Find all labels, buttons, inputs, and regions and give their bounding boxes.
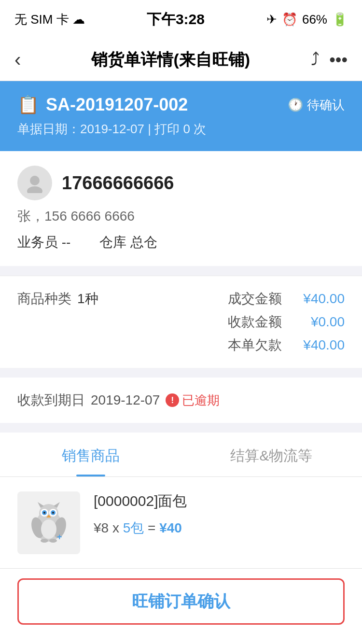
avatar — [17, 166, 52, 200]
due-date-value: 2019-12-07 — [91, 392, 160, 408]
confirm-order-button[interactable]: 旺铺订单确认 — [17, 578, 345, 625]
product-image: + — [27, 501, 70, 545]
avatar-icon — [25, 173, 45, 193]
deal-amount-row: 成交金额 ¥40.00 — [228, 290, 345, 308]
price-quantity: 5包 — [123, 520, 144, 535]
back-button[interactable]: ‹ — [14, 49, 30, 70]
nav-actions: ⤴ ••• — [311, 50, 348, 70]
received-amount-value: ¥0.00 — [292, 314, 345, 330]
amounts: 成交金额 ¥40.00 收款金额 ¥0.00 本单欠款 ¥40.00 — [228, 290, 345, 354]
alarm-icon: ⏰ — [282, 12, 297, 27]
product-section: + [0000002]面包 ¥8 x 5包 = ¥40 — [0, 477, 362, 569]
battery-status: 66% — [302, 12, 327, 27]
product-types: 商品种类 1种 — [17, 290, 98, 308]
overdue-text: 已逾期 — [182, 392, 220, 409]
bottom-bar: 旺铺订单确认 — [0, 568, 362, 644]
tab-products[interactable]: 销售商品 — [0, 433, 181, 476]
status-left: 无 SIM 卡 ☁ — [14, 11, 85, 28]
debt-amount-label: 本单欠款 — [228, 336, 282, 354]
status-bar: 无 SIM 卡 ☁ 下午3:28 ✈ ⏰ 66% 🔋 — [0, 0, 362, 39]
salesperson-label: 业务员 -- — [17, 233, 70, 252]
page-title: 销货单详情(来自旺铺) — [30, 49, 311, 71]
product-types-value: 1种 — [77, 290, 98, 308]
due-section: 收款到期日 2019-12-07 ! 已逾期 — [0, 378, 362, 423]
nav-bar: ‹ 销货单详情(来自旺铺) ⤴ ••• — [0, 39, 362, 81]
order-number: 📋 SA-20191207-002 — [17, 95, 188, 115]
deal-amount-label: 成交金额 — [228, 290, 282, 308]
order-header: 📋 SA-20191207-002 🕐 待确认 单据日期：2019-12-07 … — [0, 81, 362, 151]
product-thumbnail: + — [17, 491, 80, 554]
product-price: ¥8 x 5包 = ¥40 — [94, 519, 345, 537]
warehouse-label: 仓库 总仓 — [99, 233, 157, 252]
deal-amount-value: ¥40.00 — [292, 291, 345, 307]
customer-card: 17666666666 张，156 6666 6666 业务员 -- 仓库 总仓 — [0, 151, 362, 266]
product-name: [0000002]面包 — [94, 491, 345, 511]
more-icon[interactable]: ••• — [329, 50, 348, 70]
status-time: 下午3:28 — [147, 10, 205, 29]
status-right: ✈ ⏰ 66% 🔋 — [266, 12, 348, 27]
svg-point-17 — [49, 539, 57, 543]
debt-amount-row: 本单欠款 ¥40.00 — [228, 336, 345, 354]
svg-point-10 — [43, 512, 45, 514]
summary-section: 商品种类 1种 成交金额 ¥40.00 收款金额 ¥0.00 本单欠款 ¥40.… — [0, 276, 362, 368]
battery-icon: 🔋 — [332, 12, 348, 27]
product-types-label: 商品种类 — [17, 290, 71, 308]
share-icon[interactable]: ⤴ — [311, 50, 320, 70]
tab-settlement[interactable]: 结算&物流等 — [181, 433, 362, 476]
svg-point-16 — [41, 539, 48, 543]
customer-top: 17666666666 — [17, 166, 345, 200]
received-amount-label: 收款金额 — [228, 313, 282, 331]
sim-status: 无 SIM 卡 ☁ — [14, 11, 85, 28]
debt-amount-value: ¥40.00 — [292, 337, 345, 353]
overdue-warning-icon: ! — [166, 393, 179, 407]
order-date: 单据日期：2019-12-07 | 打印 0 次 — [17, 121, 345, 138]
overdue-badge: ! 已逾期 — [166, 392, 220, 409]
svg-point-0 — [30, 176, 40, 185]
tabs-container: 销售商品 结算&物流等 — [0, 433, 362, 477]
due-date-label: 收款到期日 — [17, 391, 85, 409]
svg-point-15 — [41, 519, 56, 539]
customer-phone: 17666666666 — [62, 173, 174, 194]
svg-point-11 — [52, 512, 54, 514]
customer-name: 张，156 6666 6666 — [17, 207, 345, 225]
order-doc-icon: 📋 — [17, 95, 39, 115]
price-equals: = — [144, 520, 159, 535]
svg-point-1 — [27, 186, 42, 193]
clock-icon: 🕐 — [288, 98, 303, 112]
order-header-top: 📋 SA-20191207-002 🕐 待确认 — [17, 95, 345, 115]
location-icon: ✈ — [266, 12, 277, 27]
customer-meta: 业务员 -- 仓库 总仓 — [17, 233, 345, 252]
product-info: [0000002]面包 ¥8 x 5包 = ¥40 — [94, 491, 345, 537]
received-amount-row: 收款金额 ¥0.00 — [228, 313, 345, 331]
summary-row: 商品种类 1种 成交金额 ¥40.00 收款金额 ¥0.00 本单欠款 ¥40.… — [17, 290, 345, 354]
order-status: 🕐 待确认 — [288, 97, 345, 113]
product-item: + [0000002]面包 ¥8 x 5包 = ¥40 — [0, 477, 362, 569]
svg-text:+: + — [57, 532, 62, 542]
price-total: ¥40 — [159, 520, 182, 535]
price-formula-prefix: ¥8 x — [94, 520, 123, 535]
